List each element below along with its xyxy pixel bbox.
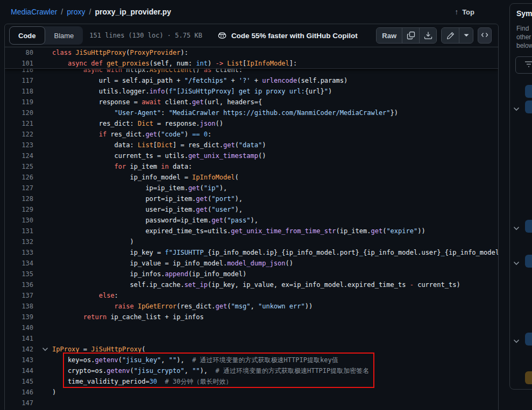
code-token: getenv <box>95 356 118 364</box>
code-token: _ <box>359 249 363 256</box>
raw-button[interactable]: Raw <box>377 28 402 43</box>
line-number[interactable]: 101 <box>5 58 38 69</box>
line-number[interactable]: 118 <box>5 86 38 97</box>
file-view-container: Code Blame 151 lines (130 loc) · 5.75 KB… <box>4 24 499 410</box>
line-number[interactable]: 129 <box>5 204 38 215</box>
symbol-kind-badge[interactable] <box>525 220 532 233</box>
code-token: = <box>185 174 188 181</box>
line-number[interactable]: 146 <box>5 387 38 398</box>
line-number[interactable]: 136 <box>5 279 38 290</box>
code-token: "" <box>169 356 176 364</box>
code-token: get_unix_timestamp <box>188 152 258 160</box>
file-meta-info: 151 lines (130 loc) · 5.75 KB <box>89 32 202 39</box>
code-text: user=ip_item.get("user"), <box>52 204 243 215</box>
line-number[interactable]: 138 <box>5 301 38 312</box>
breadcrumb-repo-link[interactable]: MediaCrawler <box>11 8 57 16</box>
code-token: ): <box>180 49 188 56</box>
line-number[interactable]: 125 <box>5 161 38 172</box>
code-token: Dict <box>138 120 153 127</box>
back-to-top-button[interactable]: ↑ Top <box>450 5 479 18</box>
code-token: == <box>192 131 200 138</box>
copy-raw-button[interactable] <box>402 28 419 43</box>
line-number[interactable]: 135 <box>5 269 38 279</box>
line-number[interactable]: 123 <box>5 140 38 150</box>
line-number[interactable]: 142 <box>5 344 38 355</box>
symbol-kind-badge[interactable] <box>525 85 532 98</box>
line-number[interactable]: 80 <box>5 47 38 58</box>
code-text: IpProxy = JiSuHttpProxy( <box>52 344 145 355</box>
code-line: 141 <box>5 333 498 344</box>
line-number[interactable]: 121 <box>5 118 38 129</box>
line-number[interactable]: 119 <box>5 97 38 107</box>
line-number[interactable]: 120 <box>5 107 38 118</box>
download-raw-button[interactable] <box>419 28 436 43</box>
line-number[interactable]: 127 <box>5 183 38 193</box>
code-line: 134 ip_value = ip_info_model.model_dump_… <box>5 258 498 269</box>
code-token: ProxyProvider <box>130 49 181 56</box>
chevron-down-icon[interactable] <box>513 223 520 233</box>
code-token: append <box>165 270 188 278</box>
symbol-kind-badge[interactable] <box>525 100 532 113</box>
tab-blame[interactable]: Blame <box>45 26 83 45</box>
file-toolbar: Code Blame 151 lines (130 loc) · 5.75 KB… <box>5 24 498 47</box>
line-number[interactable]: 147 <box>5 398 38 408</box>
line-number[interactable]: 131 <box>5 226 38 236</box>
symbols-filter-button[interactable] <box>515 56 532 74</box>
line-number[interactable]: 141 <box>5 333 38 344</box>
line-number[interactable]: 137 <box>5 290 38 301</box>
chevron-down-icon[interactable] <box>513 336 520 346</box>
code-editor-area: 116 async with httpx.AsyncClient() as cl… <box>5 47 498 410</box>
code-token: IpProxy <box>52 346 80 353</box>
symbol-tree-row <box>510 333 532 346</box>
chevron-down-icon[interactable] <box>513 258 520 268</box>
code-token: key <box>52 356 80 364</box>
line-number[interactable]: 139 <box>5 312 38 322</box>
line-number[interactable]: 122 <box>5 129 38 140</box>
code-token: - <box>410 281 414 289</box>
line-number[interactable]: 134 <box>5 258 38 269</box>
code-text: ip=ip_item.get("ip"), <box>52 183 227 193</box>
line-number[interactable]: 144 <box>5 365 38 376</box>
symbol-kind-badge[interactable] <box>525 371 532 384</box>
line-number[interactable]: 117 <box>5 75 38 86</box>
tab-code[interactable]: Code <box>9 26 45 45</box>
line-number[interactable]: 126 <box>5 172 38 183</box>
line-number[interactable]: 145 <box>5 376 38 387</box>
symbol-kind-badge[interactable] <box>525 333 532 346</box>
collapse-spacer <box>38 183 52 193</box>
code-token: get <box>192 98 204 106</box>
chevron-down-icon[interactable] <box>513 104 520 113</box>
line-number[interactable]: 140 <box>5 322 38 333</box>
arrow-up-icon: ↑ <box>455 8 458 16</box>
edit-dropdown-button[interactable] <box>459 28 473 43</box>
symbols-panel-toggle-button[interactable] <box>478 27 492 44</box>
code-token: get <box>196 195 208 203</box>
symbol-kind-badge[interactable] <box>525 255 532 268</box>
code-line: 120 "User-Agent": "MediaCrawler https://… <box>5 107 498 118</box>
collapse-spacer <box>38 161 52 172</box>
code-token: for <box>115 163 126 170</box>
line-number[interactable]: 132 <box>5 236 38 247</box>
code-token: get <box>196 206 208 213</box>
line-number[interactable]: 130 <box>5 215 38 226</box>
code-token: raise <box>115 303 134 310</box>
line-number[interactable]: 128 <box>5 193 38 204</box>
line-number[interactable]: 133 <box>5 247 38 258</box>
code-token: List <box>138 141 153 149</box>
code-token: in <box>161 163 168 170</box>
code-line: 128 port=ip_item.get("port"), <box>5 193 498 204</box>
code-token: ( <box>165 88 169 95</box>
edit-file-button[interactable] <box>442 28 459 43</box>
code-token: "code" <box>161 131 184 138</box>
code-token: = <box>161 206 165 213</box>
code-text: async def get_proxies(self, num: int) ->… <box>52 58 297 69</box>
code-token: , <box>251 303 258 310</box>
breadcrumb-folder-link[interactable]: proxy <box>67 8 85 16</box>
code-token <box>52 163 115 170</box>
line-number[interactable]: 143 <box>5 355 38 365</box>
collapse-toggle[interactable] <box>38 344 52 355</box>
line-number[interactable]: 124 <box>5 150 38 161</box>
copilot-banner[interactable]: Code 55% faster with GitHub Copilot <box>217 31 358 40</box>
code-token: f <box>165 249 169 256</box>
chevron-down-icon <box>42 347 48 351</box>
